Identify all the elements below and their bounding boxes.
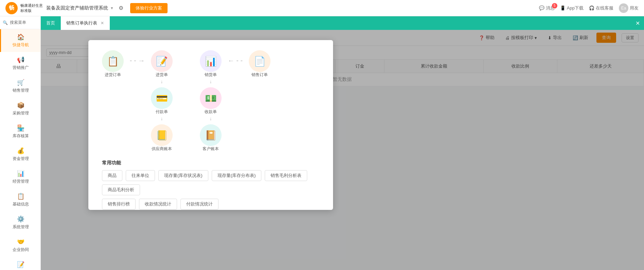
sidebar-item-business[interactable]: 📊 经营管理 (0, 166, 40, 188)
user-item[interactable]: Ea 用友 (619, 3, 639, 13)
down-arrow-receipt-bill: ↓ (200, 116, 222, 123)
purchase-bill-icon: 📝 (156, 56, 168, 67)
arrow-purchase-order-to-purchase-bill: - - → (124, 57, 151, 65)
customer-ledger-label: 客户账本 (203, 146, 219, 152)
down-arrow-payment-bill: ↓ (151, 116, 173, 123)
system-title-area: 装备及固定资产辅助管理系统 ▾ ⚙ 体验行业方案 (46, 3, 539, 13)
payment-bill-circle: 💳 (151, 87, 173, 109)
sidebar-item-enterprise[interactable]: 🤝 企业协同 (0, 234, 40, 257)
sales-bill-label: 销货单 (205, 72, 217, 78)
sidebar: 🔍 搜索菜单 🏠 快捷导航 📢 营销推广 🛒 销售管理 📦 采购管理 🏪 库存核… (0, 16, 41, 270)
inventory-icon: 🏪 (17, 124, 24, 132)
sidebar-item-basic-info[interactable]: 📋 基础信息 (0, 188, 40, 211)
func-buttons-row1: 商品 往来单位 现存量(库存状况表) 现存量(库存分布表) 销售毛利分析表 商品… (102, 170, 319, 195)
app-download-item[interactable]: 📱 App下载 (560, 5, 584, 11)
flow-item-payment-bill[interactable]: 💳 付款单 (151, 87, 173, 115)
sidebar-item-newbie[interactable]: 📝 新手引导 (0, 257, 40, 270)
common-functions-section: 常用功能 商品 往来单位 现存量(库存状况表) 现存量(库存分布表) 销售毛利分… (102, 160, 319, 210)
sidebar-item-system[interactable]: ⚙️ 系统管理 (0, 211, 40, 234)
func-btn-stock-status[interactable]: 现存量(库存状况表) (158, 170, 208, 181)
sales-icon: 🛒 (17, 79, 24, 86)
message-item[interactable]: 💬 消息 5 (539, 5, 555, 11)
logo-area: 畅 畅康通好生意 标准版 (5, 2, 46, 14)
business-icon: 📊 (17, 170, 24, 177)
system-title: 装备及固定资产辅助管理系统 (46, 5, 108, 11)
sales-bill-icon: 📊 (205, 56, 217, 67)
tab-home[interactable]: 首页 (41, 16, 61, 30)
func-btn-product-gross[interactable]: 商品毛利分析 (102, 184, 140, 195)
sidebar-item-purchase[interactable]: 📦 采购管理 (0, 97, 40, 120)
receipt-bill-icon: 💵 (205, 93, 217, 104)
supplier-ledger-label: 供应商账本 (152, 146, 172, 152)
flow-item-receipt-bill[interactable]: 💵 收款单 (200, 87, 222, 115)
close-all-tabs-icon[interactable]: ✕ (636, 20, 644, 26)
purchase-bill-label: 进货单 (156, 72, 168, 78)
func-btn-product[interactable]: 商品 (102, 170, 122, 181)
func-btn-receipt-stats[interactable]: 收款情况统计 (139, 199, 177, 210)
sidebar-item-sales[interactable]: 🛒 销售管理 (0, 75, 40, 97)
tab-sales-order-exec[interactable]: 销售订单执行表 ✕ (61, 16, 110, 30)
payment-bill-label: 付款单 (156, 109, 168, 115)
header-right: 💬 消息 5 📱 App下载 🎧 在线客服 Ea 用友 (539, 3, 639, 13)
purchase-order-circle: 📋 (102, 50, 124, 72)
customer-ledger-circle: 📔 (200, 124, 222, 146)
purchase-icon: 📦 (17, 102, 24, 109)
logo-text: 畅康通好生意 标准版 (20, 3, 43, 13)
trial-button[interactable]: 体验行业方案 (130, 3, 168, 13)
sidebar-item-quick-nav[interactable]: 🏠 快捷导航 (0, 29, 40, 52)
basic-info-icon: 📋 (17, 193, 24, 200)
arrow-sales-order-to-sales-bill: ← - - (222, 57, 249, 65)
flow-item-purchase-bill[interactable]: 📝 进货单 (151, 50, 173, 78)
message-badge: 5 (552, 3, 557, 8)
system-icon: ⚙️ (17, 215, 24, 223)
flow-item-sales-order[interactable]: 📄 销售订单 (249, 50, 271, 78)
func-btn-sales-gross[interactable]: 销售毛利分析表 (265, 170, 307, 181)
tab-bar: 首页 销售订单执行表 ✕ ✕ (41, 16, 644, 30)
title-dropdown-icon[interactable]: ▾ (111, 5, 113, 11)
finance-icon: 💰 (17, 147, 24, 155)
supplier-ledger-icon: 📒 (156, 130, 168, 141)
purchase-order-icon: 📋 (107, 56, 119, 67)
message-icon: 💬 (539, 5, 544, 11)
down-arrow-sales-bill: ↓ (200, 79, 222, 86)
sidebar-item-finance[interactable]: 💰 资金管理 (0, 143, 40, 166)
page-content: ❓ 帮助 🖨 按模板打印 ▾ ⬇ 导出 🔄 刷新 查询 设置 (41, 30, 644, 270)
func-buttons-row2: 销售排行榜 收款情况统计 付款情况统计 (102, 199, 319, 210)
top-header: 畅 畅康通好生意 标准版 装备及固定资产辅助管理系统 ▾ ⚙ 体验行业方案 💬 … (0, 0, 644, 16)
content-area: 首页 销售订单执行表 ✕ ✕ ❓ 帮助 🖨 按模板打印 ▾ (41, 16, 644, 270)
purchase-order-label: 进货订单 (105, 72, 121, 78)
func-btn-payment-stats[interactable]: 付款情况统计 (180, 199, 219, 210)
func-btn-counterpart[interactable]: 往来单位 (126, 170, 155, 181)
tab-close-icon[interactable]: ✕ (101, 21, 104, 25)
sidebar-item-inventory[interactable]: 🏪 库存核算 (0, 120, 40, 143)
flow-item-supplier-ledger[interactable]: 📒 供应商账本 (151, 124, 173, 152)
func-btn-stock-dist[interactable]: 现存量(库存分布表) (212, 170, 262, 181)
sales-bill-circle: 📊 (200, 50, 222, 72)
sidebar-item-marketing[interactable]: 📢 营销推广 (0, 52, 40, 75)
flow-item-customer-ledger[interactable]: 📔 客户账本 (200, 124, 222, 152)
service-icon: 🎧 (589, 5, 594, 11)
workflow-diagram: 📋 进货订单 - - → 📝 (102, 50, 319, 152)
modal-overlay: 📋 进货订单 - - → 📝 (41, 30, 644, 270)
search-icon: 🔍 (3, 20, 8, 25)
supplier-ledger-circle: 📒 (151, 124, 173, 146)
payment-bill-icon: 💳 (156, 93, 168, 104)
quick-nav-icon: 🏠 (17, 33, 24, 41)
common-func-title: 常用功能 (102, 160, 319, 166)
sales-order-label: 销售订单 (251, 72, 268, 78)
receipt-bill-circle: 💵 (200, 87, 222, 109)
customer-ledger-icon: 📔 (205, 130, 217, 141)
func-btn-sales-rank[interactable]: 销售排行榜 (102, 199, 136, 210)
newbie-icon: 📝 (17, 261, 24, 268)
flow-item-sales-bill[interactable]: 📊 销货单 (200, 50, 222, 78)
flow-item-purchase-order[interactable]: 📋 进货订单 (102, 50, 124, 78)
download-icon: 📱 (560, 5, 565, 11)
down-arrow-purchase-bill: ↓ (151, 79, 173, 86)
sidebar-search[interactable]: 🔍 搜索菜单 (0, 16, 40, 29)
sales-order-icon: 📄 (254, 56, 266, 67)
marketing-icon: 📢 (17, 56, 24, 64)
online-service-item[interactable]: 🎧 在线客服 (589, 5, 613, 11)
avatar: Ea (619, 3, 628, 13)
settings-icon[interactable]: ⚙ (119, 5, 123, 11)
modal-body: 📋 进货订单 - - → 📝 (88, 40, 333, 210)
